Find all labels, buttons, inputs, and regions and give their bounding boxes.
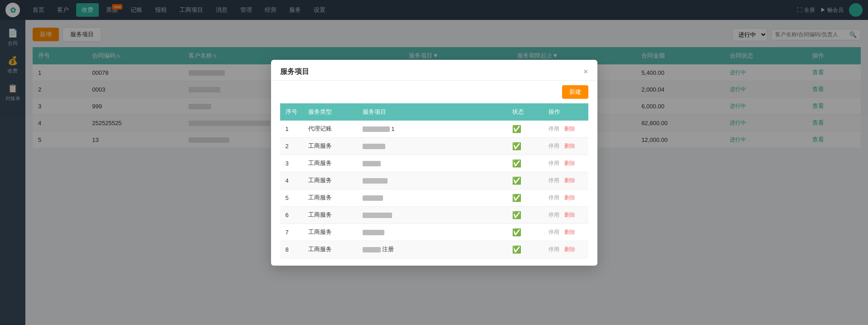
delete-btn[interactable]: 删除 bbox=[564, 229, 575, 235]
delete-btn[interactable]: 删除 bbox=[564, 160, 575, 166]
modal-toolbar: 新建 bbox=[271, 81, 597, 103]
modal-header: 服务项目 × bbox=[271, 60, 597, 81]
modal-table-row: 4 工商服务 ✅ 停用 删除 bbox=[280, 172, 588, 189]
delete-btn[interactable]: 删除 bbox=[564, 194, 575, 201]
stop-btn[interactable]: 停用 bbox=[548, 143, 559, 149]
stop-btn[interactable]: 停用 bbox=[548, 246, 559, 252]
delete-btn[interactable]: 删除 bbox=[564, 143, 575, 149]
modal-close-button[interactable]: × bbox=[583, 67, 588, 77]
stop-btn[interactable]: 停用 bbox=[548, 126, 559, 132]
delete-btn[interactable]: 删除 bbox=[564, 212, 575, 218]
status-check-icon: ✅ bbox=[512, 125, 521, 133]
stop-btn[interactable]: 停用 bbox=[548, 229, 559, 235]
modal-table-row: 1 代理记账 1 ✅ 停用 删除 bbox=[280, 121, 588, 138]
modal-title: 服务项目 bbox=[280, 67, 309, 77]
modal-table-row: 3 工商服务 ✅ 停用 删除 bbox=[280, 155, 588, 172]
modal-overlay: 服务项目 × 新建 序号 服务类型 服务项目 状态 操作 bbox=[0, 0, 868, 325]
stop-btn[interactable]: 停用 bbox=[548, 177, 559, 184]
status-check-icon: ✅ bbox=[512, 246, 521, 253]
modal-table-body: 1 代理记账 1 ✅ 停用 删除 2 工商服务 ✅ bbox=[280, 121, 588, 258]
status-check-icon: ✅ bbox=[512, 160, 521, 167]
delete-btn[interactable]: 删除 bbox=[564, 126, 575, 132]
modal-table-row: 7 工商服务 ✅ 停用 删除 bbox=[280, 223, 588, 241]
modal-new-button[interactable]: 新建 bbox=[562, 85, 588, 99]
delete-btn[interactable]: 删除 bbox=[564, 177, 575, 184]
status-check-icon: ✅ bbox=[512, 211, 521, 219]
stop-btn[interactable]: 停用 bbox=[548, 212, 559, 218]
service-table: 序号 服务类型 服务项目 状态 操作 1 代理记账 1 ✅ 停用 bbox=[280, 103, 588, 258]
stop-btn[interactable]: 停用 bbox=[548, 160, 559, 166]
status-check-icon: ✅ bbox=[512, 177, 521, 184]
modal-table-header: 序号 服务类型 服务项目 状态 操作 bbox=[280, 103, 588, 121]
service-modal: 服务项目 × 新建 序号 服务类型 服务项目 状态 操作 bbox=[271, 60, 597, 266]
modal-body: 序号 服务类型 服务项目 状态 操作 1 代理记账 1 ✅ 停用 bbox=[271, 103, 597, 266]
modal-table-row: 5 工商服务 ✅ 停用 删除 bbox=[280, 189, 588, 206]
modal-table-row: 6 工商服务 ✅ 停用 删除 bbox=[280, 206, 588, 223]
status-check-icon: ✅ bbox=[512, 228, 521, 236]
modal-table-row: 2 工商服务 ✅ 停用 删除 bbox=[280, 137, 588, 155]
delete-btn[interactable]: 删除 bbox=[564, 246, 575, 252]
status-check-icon: ✅ bbox=[512, 142, 521, 150]
status-check-icon: ✅ bbox=[512, 194, 521, 202]
stop-btn[interactable]: 停用 bbox=[548, 194, 559, 201]
modal-table-row: 8 工商服务 注册 ✅ 停用 删除 bbox=[280, 241, 588, 258]
